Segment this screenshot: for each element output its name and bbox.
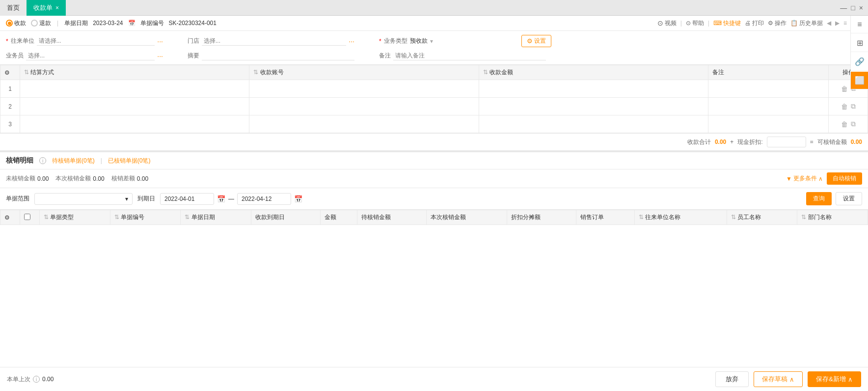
sidebar-icon-2[interactable]: ⊞ <box>851 34 868 52</box>
radio-receipt-label: 收款 <box>14 19 26 28</box>
settings-button[interactable]: ⚙ 设置 <box>521 35 551 47</box>
bill-no-value[interactable]: SK-20230324-001 <box>169 20 217 27</box>
save-new-label: 保存&新增 <box>816 375 846 384</box>
sidebar-icon-3[interactable]: 🔗 <box>851 53 868 71</box>
pending-label: 待核销单据 <box>52 157 81 164</box>
discount-input[interactable] <box>767 137 806 147</box>
row1-account[interactable] <box>249 80 479 98</box>
row1-delete-icon[interactable]: 🗑 <box>841 85 848 93</box>
tab-home[interactable]: 首页 <box>0 0 27 16</box>
col-checkbox-header[interactable] <box>20 210 40 225</box>
col-settlement-header: ⇅ 结算方式 <box>20 65 249 80</box>
date-to-input[interactable] <box>237 193 291 205</box>
row3-settlement[interactable] <box>20 115 249 133</box>
col-settlement-label: 结算方式 <box>30 69 54 76</box>
maximize-btn[interactable]: □ <box>851 4 855 12</box>
grid-icon[interactable]: ≡ <box>843 20 847 27</box>
sort-icon3: ⇅ <box>483 69 488 76</box>
video-btn[interactable]: ⊙ 视频 <box>657 19 677 28</box>
col-settings-header[interactable]: ⚙ <box>0 65 20 80</box>
net-value: 0.00 <box>851 139 862 145</box>
tab-receipt[interactable]: 收款单 × <box>27 0 66 16</box>
table-row: 3 🗑 ⧉ <box>0 115 868 133</box>
footer-right: 放弃 保存草稿 ∧ 保存&新增 ∧ <box>715 371 861 387</box>
row2-account[interactable] <box>249 98 479 115</box>
circle-icon: ⊙ <box>657 19 663 27</box>
nav-right-icon[interactable]: ▶ <box>835 20 840 27</box>
save-new-btn[interactable]: 保存&新增 ∧ <box>808 371 861 387</box>
divider2: | <box>680 20 682 27</box>
footer-info-icon[interactable]: i <box>33 376 40 383</box>
row3-account[interactable] <box>249 115 479 133</box>
row2-settlement[interactable] <box>20 98 249 115</box>
row3-amount[interactable] <box>479 115 708 133</box>
more-conditions-btn[interactable]: ▼ 更多条件 ∧ <box>786 174 823 183</box>
row1-amount[interactable] <box>479 80 708 98</box>
row2-remark[interactable] <box>708 98 829 115</box>
table-settings-icon[interactable]: ⚙ <box>4 69 10 76</box>
row2-copy-icon[interactable]: ⧉ <box>851 102 856 111</box>
verified-tab[interactable]: 已核销单据(0笔) <box>108 157 151 165</box>
operation-btn[interactable]: ⚙ 操作 <box>768 19 787 28</box>
query-label: 查询 <box>813 195 825 202</box>
query-btn[interactable]: 查询 <box>806 192 832 205</box>
row2-delete-icon[interactable]: 🗑 <box>841 103 848 111</box>
keyboard-icon: ⌨ <box>713 20 722 27</box>
shortcut-label: 快捷键 <box>723 19 741 28</box>
close-btn[interactable]: × <box>859 4 863 12</box>
auto-cancel-btn[interactable]: 自动核销 <box>827 172 862 185</box>
shortcut-btn[interactable]: ⌨ 快捷键 <box>713 19 741 28</box>
counterparty-more-btn[interactable]: ··· <box>157 37 163 45</box>
salesperson-more-btn[interactable]: ··· <box>157 52 163 60</box>
sidebar-icon-4[interactable]: ⬜ <box>851 72 868 89</box>
row1-remark[interactable] <box>708 80 829 98</box>
date-dash: — <box>228 196 234 202</box>
history-btn[interactable]: 📋 历史单据 <box>790 19 823 28</box>
form-row-1: * 往来单位 ··· 门店 ··· * 业务类型 预收款 ▾ ⚙ 设置 <box>6 35 862 47</box>
bill-range-select[interactable]: ▾ <box>34 193 133 205</box>
calendar-icon[interactable]: 📅 <box>128 20 136 27</box>
calendar-to-icon[interactable]: 📅 <box>294 195 302 203</box>
business-type-arrow[interactable]: ▾ <box>430 38 433 45</box>
radio-receipt[interactable]: 收款 <box>6 19 26 28</box>
table-section: ⚙ ⇅ 结算方式 ⇅ 收款账号 ⇅ 收款金额 备注 <box>0 65 868 133</box>
bill-date-value[interactable]: 2023-03-24 <box>93 20 123 27</box>
row3-remark[interactable] <box>708 115 829 133</box>
row1-settlement[interactable] <box>20 80 249 98</box>
save-draft-btn[interactable]: 保存草稿 ∧ <box>754 371 803 387</box>
help-btn[interactable]: ⊙ 帮助 <box>686 19 704 28</box>
row3-actions: 🗑 ⧉ <box>829 115 868 133</box>
info-icon[interactable]: i <box>39 157 46 164</box>
row3-delete-icon[interactable]: 🗑 <box>841 120 848 128</box>
pending-tab[interactable]: 待核销单据(0笔) <box>52 157 95 165</box>
verify-title: 核销明细 <box>6 156 33 165</box>
pending-count: 0笔 <box>83 157 93 164</box>
video-label: 视频 <box>665 19 677 28</box>
row2-amount[interactable] <box>479 98 708 115</box>
table-settings-btn[interactable]: 设置 <box>836 192 862 205</box>
col-bill-type-header: ⇅ 单据类型 <box>40 210 110 225</box>
salesperson-input[interactable] <box>26 51 155 60</box>
store-more-btn[interactable]: ··· <box>349 37 354 45</box>
row-num-1: 1 <box>0 80 20 98</box>
col-current-label: 本次核销金额 <box>431 214 466 221</box>
sidebar-icon-1[interactable]: ≡ <box>851 16 868 33</box>
store-input[interactable] <box>202 36 346 46</box>
select-all-checkbox[interactable] <box>24 214 30 220</box>
receipt-table: ⚙ ⇅ 结算方式 ⇅ 收款账号 ⇅ 收款金额 备注 <box>0 65 868 133</box>
print-btn[interactable]: 🖨 打印 <box>745 19 764 28</box>
date-from-input[interactable] <box>160 193 214 205</box>
equals-sign: = <box>810 139 814 145</box>
nav-left-icon[interactable]: ◀ <box>827 20 831 27</box>
radio-refund[interactable]: 退款 <box>31 19 51 28</box>
row3-copy-icon[interactable]: ⧉ <box>851 120 856 128</box>
counterparty-input[interactable] <box>37 36 155 46</box>
calendar-from-icon[interactable]: 📅 <box>217 195 225 203</box>
col-settings-header2[interactable]: ⚙ <box>0 210 20 225</box>
top-toolbar: 收款 退款 | 单据日期 2023-03-24 📅 单据编号 SK-202303… <box>0 16 868 31</box>
tab-receipt-close[interactable]: × <box>55 4 59 11</box>
minimize-btn[interactable]: — <box>840 4 847 12</box>
summary-input[interactable] <box>202 51 354 60</box>
remark-input[interactable] <box>393 51 546 60</box>
abandon-btn[interactable]: 放弃 <box>715 371 749 387</box>
